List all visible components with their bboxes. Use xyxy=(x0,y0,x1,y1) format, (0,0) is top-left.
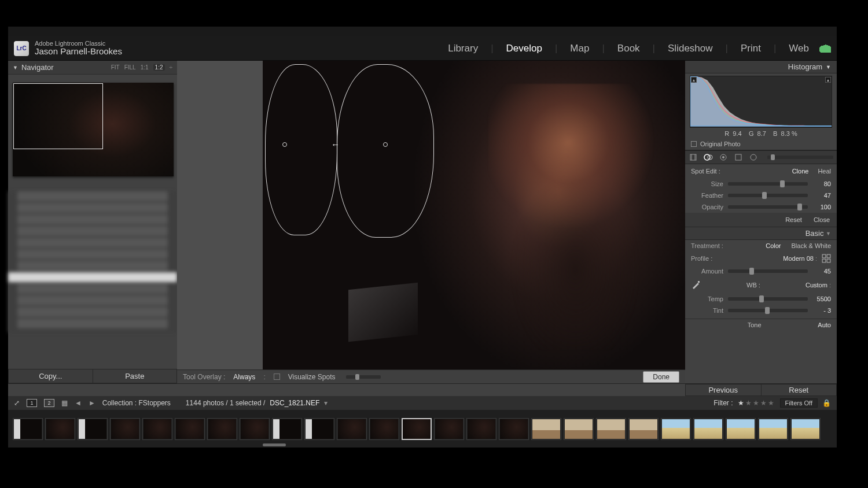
cloud-sync-icon[interactable] xyxy=(819,45,831,53)
spot-mode-heal[interactable]: Heal xyxy=(818,168,831,175)
original-photo-toggle[interactable]: Original Photo xyxy=(685,138,837,150)
spot-mode-clone[interactable]: Clone xyxy=(792,168,809,175)
filmstrip-thumb[interactable] xyxy=(369,418,399,440)
done-button[interactable]: Done xyxy=(643,371,679,383)
next-photo-button[interactable]: ► xyxy=(89,399,95,407)
filmstrip-thumb[interactable] xyxy=(402,418,432,440)
spot-feather-slider[interactable] xyxy=(728,194,808,197)
crop-tool-icon[interactable] xyxy=(689,153,698,162)
spot-source-outline[interactable] xyxy=(337,64,434,238)
filmstrip-thumb[interactable] xyxy=(499,418,529,440)
filmstrip-thumb[interactable] xyxy=(693,418,723,440)
navigator-preview[interactable] xyxy=(13,83,174,176)
secondary-display-button[interactable]: 2 xyxy=(44,399,54,407)
visualize-spots-slider[interactable] xyxy=(346,375,381,379)
spot-reset-button[interactable]: Reset xyxy=(785,216,802,223)
temp-slider[interactable] xyxy=(728,297,808,301)
spot-size-slider[interactable] xyxy=(728,182,808,186)
tool-overlay-value[interactable]: Always xyxy=(233,373,255,381)
filmstrip-thumb[interactable] xyxy=(531,418,561,440)
svg-rect-12 xyxy=(827,259,830,263)
navigator-viewport-rect[interactable] xyxy=(13,83,103,149)
spot-removal-tool-icon[interactable] xyxy=(704,153,713,162)
filmstrip-thumb[interactable] xyxy=(628,418,659,440)
amount-slider[interactable] xyxy=(728,269,808,273)
previous-photo-button[interactable]: ◄ xyxy=(75,399,82,407)
filmstrip-thumb[interactable] xyxy=(790,418,821,440)
filmstrip-thumb[interactable] xyxy=(175,418,205,440)
spot-opacity-slider[interactable] xyxy=(728,205,808,209)
filmstrip-thumb[interactable] xyxy=(337,418,367,440)
copy-button[interactable]: Copy... xyxy=(8,369,93,383)
filename: DSC_1821.NEF xyxy=(270,399,319,407)
grid-view-icon[interactable]: ▦ xyxy=(61,399,68,407)
filmstrip-thumb[interactable] xyxy=(240,418,270,440)
filmstrip-thumb[interactable] xyxy=(45,418,75,440)
filmstrip[interactable] xyxy=(8,410,837,448)
module-develop[interactable]: Develop xyxy=(506,43,542,54)
filmstrip-thumb[interactable] xyxy=(758,418,788,440)
redeye-tool-icon[interactable] xyxy=(719,153,728,162)
filmstrip-thumb[interactable] xyxy=(78,418,108,440)
shadow-clipping-icon[interactable]: ▲ xyxy=(691,77,697,83)
spot-dest-outline[interactable] xyxy=(265,64,337,235)
filmstrip-thumb[interactable] xyxy=(596,418,626,440)
lock-icon[interactable]: 🔒 xyxy=(822,399,831,407)
module-book[interactable]: Book xyxy=(617,43,640,54)
filmstrip-thumb[interactable] xyxy=(207,418,237,440)
profile-select[interactable]: Modern 08 xyxy=(783,255,814,262)
highlight-clipping-icon[interactable]: ▲ xyxy=(825,77,831,83)
module-library[interactable]: Library xyxy=(448,43,478,54)
visualize-spots-checkbox[interactable] xyxy=(274,374,280,380)
filmstrip-thumb[interactable] xyxy=(661,418,691,440)
zoom-FIT[interactable]: FIT xyxy=(111,64,120,71)
spot-dest-center[interactable] xyxy=(282,142,287,147)
photo-preview: ← xyxy=(263,61,685,369)
primary-display-button[interactable]: 1 xyxy=(27,399,37,407)
zoom-FILL[interactable]: FILL xyxy=(124,64,136,71)
treatment-color[interactable]: Color xyxy=(766,242,781,249)
develop-center: ← Tool Overlay : Always : Visualize Spot… xyxy=(177,61,685,383)
rating-filter[interactable]: ★★★★★ xyxy=(738,399,775,407)
zoom-1-1[interactable]: 1:1 xyxy=(141,64,149,71)
filmstrip-thumb[interactable] xyxy=(272,418,302,440)
previous-button[interactable]: Previous xyxy=(685,384,762,396)
tint-slider[interactable] xyxy=(728,309,808,312)
module-web[interactable]: Web xyxy=(789,43,809,54)
wb-select[interactable]: Custom xyxy=(806,282,827,289)
filmstrip-thumb[interactable] xyxy=(13,418,43,440)
filmstrip-thumb[interactable] xyxy=(466,418,496,440)
filmstrip-thumb[interactable] xyxy=(564,418,594,440)
image-canvas[interactable]: ← xyxy=(177,61,685,369)
module-map[interactable]: Map xyxy=(570,43,589,54)
basic-header[interactable]: Basic ▼ xyxy=(685,227,837,240)
profile-grid-icon[interactable] xyxy=(822,254,831,263)
treatment-bw[interactable]: Black & White xyxy=(792,242,831,249)
module-slideshow[interactable]: Slideshow xyxy=(668,43,713,54)
histogram-chart[interactable]: ▲ ▲ xyxy=(690,76,832,128)
tone-auto-button[interactable]: Auto xyxy=(818,321,831,328)
filmstrip-thumb[interactable] xyxy=(142,418,172,440)
spot-source-center[interactable] xyxy=(383,142,388,147)
switch-layout-icon[interactable]: ⤢ xyxy=(14,399,20,407)
filmstrip-thumb[interactable] xyxy=(434,418,464,440)
navigator-header[interactable]: ▼ Navigator FITFILL1:11:2÷ xyxy=(8,61,177,75)
paste-button[interactable]: Paste xyxy=(93,369,178,383)
square-icon xyxy=(691,141,697,147)
radial-gradient-tool-icon[interactable] xyxy=(749,153,758,162)
spot-close-button[interactable]: Close xyxy=(814,216,830,223)
filmstrip-thumb[interactable] xyxy=(726,418,756,440)
brush-size-slider[interactable] xyxy=(767,156,833,159)
filmstrip-thumb[interactable] xyxy=(304,418,334,440)
module-print[interactable]: Print xyxy=(741,43,761,54)
filmstrip-scrollbar[interactable] xyxy=(263,443,286,446)
photo-count: 1144 photos / 1 selected / xyxy=(186,399,265,407)
reset-button[interactable]: Reset xyxy=(762,384,837,396)
linear-gradient-tool-icon[interactable] xyxy=(734,153,743,162)
svg-rect-13 xyxy=(698,281,700,283)
filters-off-button[interactable]: Filters Off xyxy=(780,398,818,408)
wb-picker-icon[interactable] xyxy=(691,279,701,291)
histogram-header[interactable]: Histogram▼ xyxy=(685,61,837,73)
filmstrip-thumb[interactable] xyxy=(110,418,140,440)
zoom-1-2[interactable]: 1:2 xyxy=(153,64,165,71)
